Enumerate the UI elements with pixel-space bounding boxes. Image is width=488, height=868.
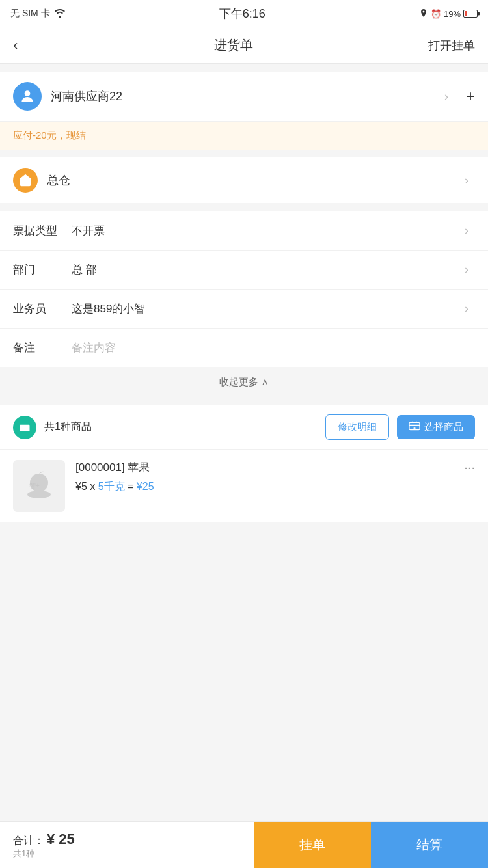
svg-point-5 xyxy=(27,491,51,498)
total-amount: ¥ 25 xyxy=(47,831,75,848)
invoice-type-chevron: › xyxy=(465,224,468,237)
status-time: 下午6:16 xyxy=(219,6,265,21)
salesperson-row[interactable]: 业务员 这是859的小智 › xyxy=(0,289,488,328)
total-area: 合计： ¥ 25 共1种 xyxy=(0,822,254,868)
total-label: 合计： xyxy=(13,834,44,848)
carrier-text: 无 SIM 卡 xyxy=(10,8,50,20)
hang-button[interactable]: 挂单 xyxy=(254,822,371,868)
invoice-type-value: 不开票 xyxy=(72,223,465,238)
select-product-icon xyxy=(409,421,420,433)
remark-input[interactable]: 备注内容 xyxy=(72,340,475,355)
invoice-type-label: 票据类型 xyxy=(13,223,72,238)
divider-3 xyxy=(0,203,488,211)
collapse-label: 收起更多 ∧ xyxy=(219,376,269,387)
remark-row[interactable]: 备注 备注内容 xyxy=(0,328,488,367)
supplier-avatar xyxy=(13,82,42,111)
divider-4 xyxy=(0,398,488,405)
product-thumb-inner: 智+ xyxy=(20,467,59,506)
bottom-spacer xyxy=(0,522,488,569)
product-more-button[interactable]: ··· xyxy=(464,460,475,475)
edit-detail-button[interactable]: 修改明细 xyxy=(325,414,389,440)
product-title: 苹果 xyxy=(128,461,150,474)
supplier-row[interactable]: 河南供应商22 › + xyxy=(0,72,488,122)
status-right: ⏰ 19% xyxy=(419,8,478,20)
wifi-icon xyxy=(54,8,66,20)
supplier-chevron: › xyxy=(444,90,448,103)
supplier-section: 河南供应商22 › + 应付-20元，现结 xyxy=(0,72,488,150)
back-button[interactable]: ‹ xyxy=(13,37,39,54)
department-chevron: › xyxy=(465,263,468,277)
bottom-bar: 合计： ¥ 25 共1种 挂单 结算 xyxy=(0,821,488,868)
location-icon xyxy=(419,8,428,20)
battery-icon xyxy=(463,10,478,18)
total-sub: 共1种 xyxy=(13,848,241,860)
product-thumbnail: 智+ xyxy=(13,460,65,512)
subtotal-value: ¥25 xyxy=(137,481,154,492)
department-label: 部门 xyxy=(13,262,72,277)
select-product-button[interactable]: 选择商品 xyxy=(397,415,475,439)
supplier-notice: 应付-20元，现结 xyxy=(0,122,488,150)
collapse-bar[interactable]: 收起更多 ∧ xyxy=(0,367,488,398)
unit-price: ¥5 x xyxy=(75,481,98,492)
warehouse-section: 总仓 › xyxy=(0,157,488,203)
svg-point-2 xyxy=(23,426,25,428)
product-count-icon xyxy=(13,416,36,439)
salesperson-chevron: › xyxy=(465,302,468,316)
equals-sign: = xyxy=(128,481,137,492)
product-item: 智+ [0000001] 苹果 ¥5 x 5千克 = ¥25 ··· xyxy=(0,449,488,522)
supplier-name: 河南供应商22 xyxy=(51,88,444,104)
status-bar: 无 SIM 卡 下午6:16 ⏰ 19% xyxy=(0,0,488,27)
product-info: [0000001] 苹果 ¥5 x 5千克 = ¥25 xyxy=(75,460,454,512)
divider-1 xyxy=(0,64,488,72)
salesperson-value: 这是859的小智 xyxy=(72,301,465,316)
product-name: [0000001] 苹果 xyxy=(75,460,454,475)
product-price-row: ¥5 x 5千克 = ¥25 xyxy=(75,480,454,494)
department-row[interactable]: 部门 总 部 › xyxy=(0,250,488,289)
product-count-text: 共1种商品 xyxy=(44,420,318,434)
battery-percent: 19% xyxy=(444,9,461,19)
quantity-value: 5千克 xyxy=(98,481,125,492)
divider-2 xyxy=(0,150,488,157)
product-header: 共1种商品 修改明细 选择商品 xyxy=(0,405,488,449)
invoice-type-row[interactable]: 票据类型 不开票 › xyxy=(0,211,488,250)
alarm-icon: ⏰ xyxy=(431,9,441,19)
warehouse-row[interactable]: 总仓 › xyxy=(0,157,488,203)
svg-point-0 xyxy=(25,90,31,96)
svg-rect-1 xyxy=(23,181,27,185)
warehouse-chevron: › xyxy=(465,174,468,187)
checkout-button[interactable]: 结算 xyxy=(371,822,488,868)
open-hang-button[interactable]: 打开挂单 xyxy=(428,38,475,53)
salesperson-label: 业务员 xyxy=(13,301,72,316)
status-left: 无 SIM 卡 xyxy=(10,8,66,20)
select-product-label: 选择商品 xyxy=(424,421,463,433)
warehouse-name: 总仓 xyxy=(47,172,465,188)
remark-label: 备注 xyxy=(13,340,72,355)
product-code: [0000001] xyxy=(75,461,128,474)
add-supplier-button[interactable]: + xyxy=(455,87,475,105)
svg-text:智+: 智+ xyxy=(29,482,40,489)
warehouse-icon xyxy=(13,168,38,193)
form-section: 票据类型 不开票 › 部门 总 部 › 业务员 这是859的小智 › 备注 备注… xyxy=(0,211,488,367)
nav-bar: ‹ 进货单 打开挂单 xyxy=(0,27,488,64)
department-value: 总 部 xyxy=(72,262,465,277)
page-title: 进货单 xyxy=(214,36,253,54)
